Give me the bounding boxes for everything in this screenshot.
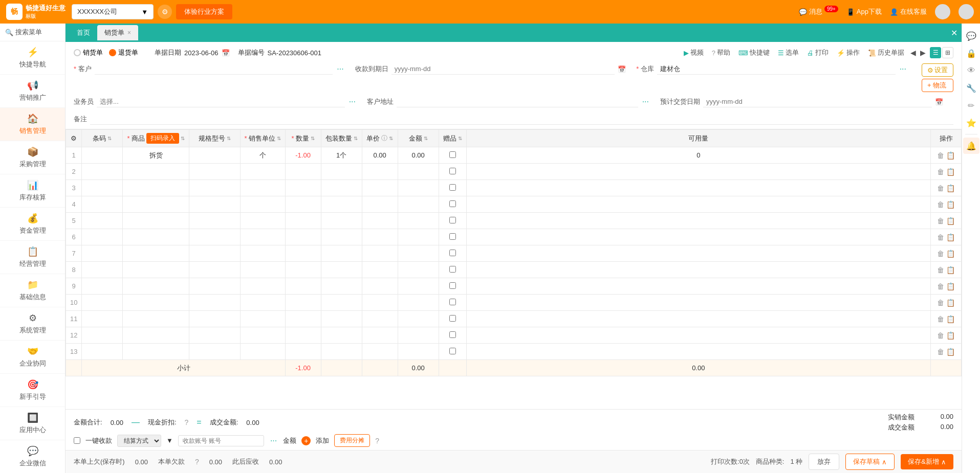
date-calendar-icon[interactable]: 📅 [222, 49, 230, 57]
unit-12[interactable] [240, 327, 285, 344]
barcode-12[interactable] [82, 327, 123, 344]
barcode-10[interactable] [82, 295, 123, 311]
product-4[interactable] [123, 196, 189, 213]
settings-button[interactable]: ⚙ [158, 5, 172, 19]
spec-6[interactable] [189, 229, 240, 245]
price-12[interactable] [362, 327, 398, 344]
sidebar-item-finance[interactable]: 💰 资金管理 [0, 208, 65, 241]
copy-icon-11[interactable]: 📋 [946, 315, 955, 323]
unit-7[interactable] [240, 245, 285, 262]
price-10[interactable] [362, 295, 398, 311]
pack-10[interactable] [321, 295, 362, 311]
summary-help-icon[interactable]: ? [185, 418, 189, 426]
view-grid-btn[interactable]: ⊞ [942, 47, 953, 58]
account-input[interactable] [178, 435, 264, 446]
unit-4[interactable] [240, 196, 285, 213]
qty-6[interactable] [285, 229, 321, 245]
price-2[interactable] [362, 164, 398, 180]
qty-8[interactable] [285, 262, 321, 278]
amount-5[interactable] [398, 213, 439, 229]
delete-icon-1[interactable]: 🗑 [937, 151, 944, 160]
pack-8[interactable] [321, 262, 362, 278]
price-13[interactable] [362, 344, 398, 360]
sidebar-item-enterprise-wechat[interactable]: 💬 企业微信 [0, 440, 65, 473]
online-service-btn[interactable]: 👤 在线客服 [890, 7, 927, 16]
qty-10[interactable] [285, 295, 321, 311]
barcode-13[interactable] [82, 344, 123, 360]
qty-11[interactable] [285, 311, 321, 327]
qty-9[interactable] [285, 278, 321, 295]
product-sort-icon[interactable]: ⇅ [181, 136, 185, 141]
amount-8[interactable] [398, 262, 439, 278]
pack-12[interactable] [321, 327, 362, 344]
search-menu[interactable]: 🔍 搜索菜单 [0, 24, 65, 41]
product-7[interactable] [123, 245, 189, 262]
message-btn[interactable]: 💬 消息 99+ [799, 7, 838, 16]
pack-3[interactable] [321, 180, 362, 196]
toolbar-history[interactable]: 📜 历史单据 [866, 47, 906, 58]
avatar2[interactable] [959, 4, 974, 19]
barcode-11[interactable] [82, 311, 123, 327]
product-6[interactable] [123, 229, 189, 245]
one-click-pay-checkbox[interactable] [74, 437, 80, 444]
save-new-button[interactable]: 保存&新增 ∧ [901, 454, 953, 469]
barcode-9[interactable] [82, 278, 123, 295]
logistics-btn[interactable]: + 物流 [922, 79, 953, 92]
app-download-btn[interactable]: 📱 App下载 [846, 7, 882, 16]
save-draft-button[interactable]: 保存草稿 ∧ [845, 454, 895, 470]
toolbar-help[interactable]: ? 帮助 [710, 47, 732, 58]
product-5[interactable] [123, 213, 189, 229]
spec-3[interactable] [189, 180, 240, 196]
barcode-8[interactable] [82, 262, 123, 278]
amount-sort-icon[interactable]: ⇅ [424, 136, 428, 141]
copy-icon-10[interactable]: 📋 [946, 299, 955, 307]
pack-4[interactable] [321, 196, 362, 213]
scan-button[interactable]: 扫码录入 [146, 133, 179, 144]
abandon-button[interactable]: 放弃 [809, 454, 839, 470]
company-selector[interactable]: XXXXXX公司 ▼ [72, 4, 154, 19]
pack-7[interactable] [321, 245, 362, 262]
customer-input[interactable] [95, 63, 333, 75]
address-dots-btn[interactable]: ··· [641, 97, 650, 106]
toolbar-video[interactable]: ▶ 视频 [682, 47, 706, 58]
qty-1[interactable]: -1.00 [285, 147, 321, 164]
copy-icon-12[interactable]: 📋 [946, 331, 955, 340]
amount-10[interactable] [398, 295, 439, 311]
delete-icon-9[interactable]: 🗑 [937, 282, 944, 290]
spec-13[interactable] [189, 344, 240, 360]
amount-6[interactable] [398, 229, 439, 245]
radio-sales[interactable]: 销货单 [74, 48, 103, 57]
product-10[interactable] [123, 295, 189, 311]
gift-9[interactable] [439, 278, 466, 295]
product-1[interactable]: 拆货 [123, 147, 189, 164]
unit-5[interactable] [240, 213, 285, 229]
qty-2[interactable] [285, 164, 321, 180]
price-7[interactable] [362, 245, 398, 262]
price-11[interactable] [362, 311, 398, 327]
delete-icon-2[interactable]: 🗑 [937, 168, 944, 176]
barcode-1[interactable] [82, 147, 123, 164]
sidebar-item-sales[interactable]: 🏠 销售管理 [0, 108, 65, 141]
price-9[interactable] [362, 278, 398, 295]
gift-3[interactable] [439, 180, 466, 196]
gift-1[interactable] [439, 147, 466, 164]
view-list-btn[interactable]: ☰ [930, 47, 941, 58]
tab-home[interactable]: 首页 [70, 25, 97, 40]
sidebar-item-collab[interactable]: 🤝 企业协同 [0, 341, 65, 374]
copy-icon-7[interactable]: 📋 [946, 250, 955, 258]
product-11[interactable] [123, 311, 189, 327]
sidebar-item-basic-info[interactable]: 📁 基础信息 [0, 274, 65, 307]
right-panel-star-btn[interactable]: ⭐ [963, 115, 979, 131]
warehouse-dots-btn[interactable]: ··· [899, 64, 907, 74]
delete-icon-4[interactable]: 🗑 [937, 200, 944, 209]
payment-help-icon[interactable]: ? [375, 437, 379, 445]
radio-return[interactable]: 退货单 [109, 48, 138, 57]
sidebar-item-guide[interactable]: 🎯 新手引导 [0, 374, 65, 407]
qty-5[interactable] [285, 213, 321, 229]
gift-13[interactable] [439, 344, 466, 360]
copy-icon-9[interactable]: 📋 [946, 282, 955, 290]
gift-7[interactable] [439, 245, 466, 262]
price-4[interactable] [362, 196, 398, 213]
gift-6[interactable] [439, 229, 466, 245]
right-panel-active-btn[interactable]: 🔔 [963, 138, 979, 154]
